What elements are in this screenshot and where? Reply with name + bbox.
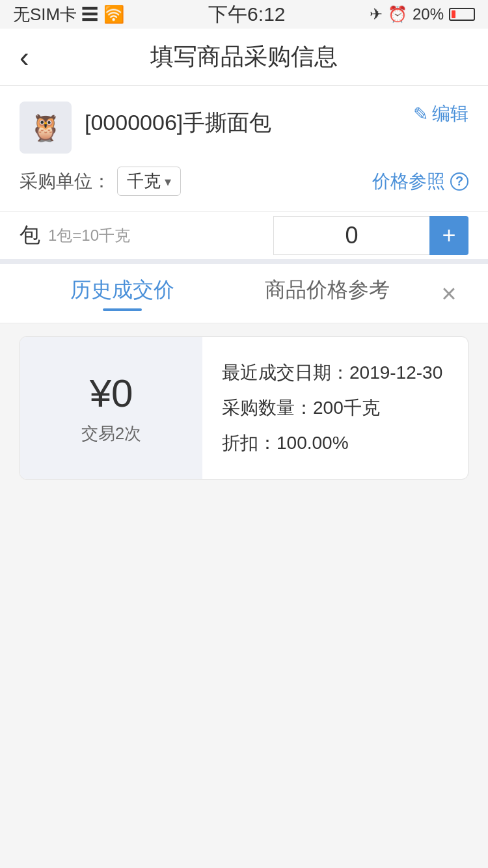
tab-close-button[interactable]: ×	[429, 279, 468, 308]
product-logo-icon: 🦉	[29, 113, 62, 143]
price-currency-symbol: ¥	[90, 372, 111, 415]
quantity-input[interactable]	[273, 216, 429, 255]
edit-icon: ✎	[413, 103, 428, 125]
unit-select-dropdown[interactable]: 千克 ▾	[117, 167, 181, 196]
price-left-panel: ¥0 交易2次	[20, 337, 202, 479]
edit-button[interactable]: ✎ 编辑	[413, 102, 468, 126]
unit-label: 采购单位：	[20, 169, 111, 194]
product-header: 🦉 [0000006]手撕面包 ✎ 编辑	[20, 102, 468, 154]
tab-history-price[interactable]: 历史成交价	[20, 276, 224, 311]
bottom-area	[0, 493, 488, 818]
price-card-container: ¥0 交易2次 最近成交日期：2019-12-30 采购数量：200千克 折扣：…	[0, 323, 488, 493]
battery-percent: 20%	[413, 5, 444, 23]
date-value: 2019-12-30	[349, 362, 442, 383]
price-reference-button[interactable]: 价格参照 ?	[372, 169, 468, 194]
quantity-plus-button[interactable]: +	[429, 216, 468, 255]
product-thumbnail: 🦉	[20, 102, 72, 154]
discount-value: 100.00%	[277, 433, 349, 453]
tabs-row: 历史成交价 商品价格参考 ×	[0, 264, 488, 323]
price-detail-date: 最近成交日期：2019-12-30	[222, 360, 448, 385]
status-time: 下午6:12	[208, 1, 285, 28]
dropdown-arrow-icon: ▾	[165, 174, 171, 189]
product-left: 🦉 [0000006]手撕面包	[20, 102, 271, 154]
product-card: 🦉 [0000006]手撕面包 ✎ 编辑 采购单位： 千克 ▾ 价格参照 ?	[0, 86, 488, 212]
product-unit-row: 采购单位： 千克 ▾ 价格参照 ?	[20, 167, 468, 196]
nav-bar: ‹ 填写商品采购信息	[0, 29, 488, 86]
quantity-label-group: 包 1包=10千克	[20, 221, 130, 250]
battery-icon	[449, 8, 475, 21]
info-icon: ?	[450, 172, 468, 191]
quantity-input-group: +	[273, 216, 468, 255]
quantity-row: 包 1包=10千克 +	[0, 212, 488, 264]
tab-active-indicator	[103, 308, 142, 311]
location-icon: ✈	[370, 5, 383, 23]
carrier-text: 无SIM卡 ☰ 🛜	[13, 3, 124, 26]
status-right: ✈ ⏰ 20%	[370, 5, 475, 23]
quantity-unit-badge: 包	[20, 221, 40, 250]
quantity-unit-note: 1包=10千克	[48, 225, 130, 246]
qty-value: 200千克	[313, 398, 380, 418]
product-name: [0000006]手撕面包	[85, 102, 271, 138]
price-detail-discount: 折扣：100.00%	[222, 431, 448, 455]
price-amount: ¥0	[90, 371, 133, 416]
status-left: 无SIM卡 ☰ 🛜	[13, 3, 124, 26]
price-transactions: 交易2次	[81, 422, 141, 445]
price-detail-qty: 采购数量：200千克	[222, 396, 448, 420]
alarm-icon: ⏰	[388, 5, 407, 23]
tab-product-price-reference[interactable]: 商品价格参考	[224, 276, 429, 311]
discount-label: 折扣：	[222, 433, 277, 453]
qty-label: 采购数量：	[222, 398, 313, 418]
price-ref-label: 价格参照	[372, 169, 445, 194]
price-value: 0	[111, 372, 133, 415]
status-bar: 无SIM卡 ☰ 🛜 下午6:12 ✈ ⏰ 20%	[0, 0, 488, 29]
price-card: ¥0 交易2次 最近成交日期：2019-12-30 采购数量：200千克 折扣：…	[20, 336, 468, 480]
unit-value: 千克	[127, 170, 161, 193]
tabs-container: 历史成交价 商品价格参考 ×	[0, 264, 488, 323]
back-button[interactable]: ‹	[20, 43, 29, 72]
price-right-panel: 最近成交日期：2019-12-30 采购数量：200千克 折扣：100.00%	[202, 337, 468, 479]
page-title: 填写商品采购信息	[150, 41, 338, 73]
date-label: 最近成交日期：	[222, 362, 349, 383]
